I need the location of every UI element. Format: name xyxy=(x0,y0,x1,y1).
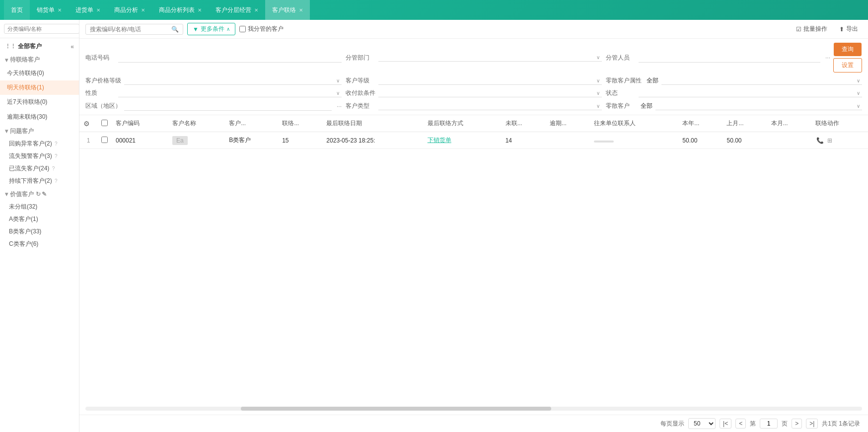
next-page-button[interactable]: > xyxy=(792,419,802,429)
batch-op-button[interactable]: ☑ 批量操作 xyxy=(792,23,831,35)
col-unit-contact[interactable]: 往来单位联系人 xyxy=(590,115,678,132)
col-type[interactable]: 客户... xyxy=(225,115,278,132)
filter-status-select[interactable]: ∨ xyxy=(639,89,862,97)
nav-product-analysis[interactable]: 商品分析 ✕ xyxy=(107,0,152,20)
sidebar-ungrouped[interactable]: 未分组(32) xyxy=(0,201,79,213)
last-method-link[interactable]: 下销货单 xyxy=(428,137,451,144)
nav-sales-order[interactable]: 销货单 ✕ xyxy=(30,0,69,20)
filter-customer-value-select[interactable]: ∨ xyxy=(124,77,342,85)
col-this-month[interactable]: 本月... xyxy=(767,115,811,132)
col-last-method[interactable]: 最后联络方式 xyxy=(424,115,502,132)
page-number-input[interactable] xyxy=(760,419,778,429)
cell-check[interactable] xyxy=(97,132,112,149)
col-last-date[interactable]: 最后联络日期 xyxy=(322,115,423,132)
close-product-analysis-icon[interactable]: ✕ xyxy=(141,7,145,13)
cell-last-method[interactable]: 下销货单 xyxy=(424,132,502,149)
all-customers-label: 全部客户 xyxy=(18,42,42,51)
col-this-year[interactable]: 本年... xyxy=(678,115,723,132)
cell-overdue xyxy=(546,132,590,149)
filter-person-input[interactable] xyxy=(639,53,820,63)
value-group-edit-icon[interactable]: ✎ xyxy=(42,191,47,198)
close-customer-contact-icon[interactable]: ✕ xyxy=(299,7,303,13)
last-page-button[interactable]: >| xyxy=(806,419,818,429)
nav-purchase-order[interactable]: 进货单 ✕ xyxy=(69,0,107,20)
sidebar-abnormal-repurchase[interactable]: 回购异常客户(2) xyxy=(0,138,79,150)
col-code[interactable]: 客户编码 xyxy=(112,115,168,132)
close-sales-order-icon[interactable]: ✕ xyxy=(58,7,62,13)
sidebar-class-c[interactable]: C类客户(6) xyxy=(0,238,79,250)
filter-customer-level-row: 客户等级 ∨ xyxy=(346,76,602,85)
scrollbar-track[interactable] xyxy=(85,407,862,411)
close-purchase-order-icon[interactable]: ✕ xyxy=(96,7,100,13)
row-checkbox[interactable] xyxy=(101,137,108,143)
close-customer-segment-icon[interactable]: ✕ xyxy=(254,7,258,13)
col-unlisted[interactable]: 未联... xyxy=(502,115,546,132)
col-check xyxy=(97,115,112,132)
filter-panel: 电话号码 分管部门 ∨ 分管人员 ··· 查询 设置 客户价格等级 xyxy=(79,39,868,115)
filter-gender-select[interactable]: ∨ xyxy=(118,89,342,97)
more-filter-button[interactable]: ▼ 更多条件 ∧ xyxy=(187,23,235,35)
filter-area-dots[interactable]: ··· xyxy=(337,103,342,110)
filter-dept-select[interactable]: ∨ xyxy=(378,54,602,62)
sidebar-class-a[interactable]: A类客户(1) xyxy=(0,213,79,225)
problem-group: ▾ 问题客户 xyxy=(0,124,79,138)
sidebar-7days-pending[interactable]: 近7天待联络(0) xyxy=(0,95,79,109)
set-button[interactable]: 设置 xyxy=(833,58,862,72)
filter-chevron-icon: ∧ xyxy=(226,26,230,32)
export-button[interactable]: ⬆ 导出 xyxy=(835,23,862,35)
sidebar-churn-warning[interactable]: 流失预警客户(3) xyxy=(0,150,79,162)
sidebar-churned[interactable]: 已流失客户(24) xyxy=(0,162,79,175)
value-group: ▾ 价值客户 ↻ ✎ xyxy=(0,187,79,201)
col-gear[interactable]: ⚙ xyxy=(79,115,97,132)
filter-area-input[interactable] xyxy=(124,101,332,111)
sidebar-declining[interactable]: 持续下滑客户(2) xyxy=(0,175,79,187)
problem-arrow-icon[interactable]: ▾ xyxy=(5,128,8,135)
filter-payment-select[interactable]: ∨ xyxy=(378,89,602,97)
sidebar-collapse-icon[interactable]: « xyxy=(71,43,74,50)
filter-customer-type-select[interactable]: ∨ xyxy=(378,102,602,110)
filter-retail-attr-select[interactable]: ∨ xyxy=(661,77,862,85)
filter-customer-value-row: 客户价格等级 ∨ xyxy=(85,76,342,85)
nav-home[interactable]: 首页 xyxy=(4,0,30,20)
my-customers-checkbox-label[interactable]: 我分管的客户 xyxy=(239,25,284,33)
action-phone-icon[interactable]: 📞 xyxy=(816,137,824,144)
search-input[interactable] xyxy=(90,26,169,33)
close-product-analysis-list-icon[interactable]: ✕ xyxy=(198,7,202,13)
gear-icon[interactable]: ⚙ xyxy=(83,120,90,128)
sidebar-overdue-pending[interactable]: 逾期未联络(30) xyxy=(0,110,79,124)
sidebar-today-pending[interactable]: 今天待联络(0) xyxy=(0,66,79,80)
col-overdue[interactable]: 逾期... xyxy=(546,115,590,132)
total-label: 共1页 1条记录 xyxy=(822,420,860,428)
per-page-select[interactable]: 50 100 200 xyxy=(688,418,716,429)
col-last-month[interactable]: 上月... xyxy=(723,115,767,132)
cell-name[interactable]: Ea xyxy=(168,132,225,149)
col-name[interactable]: 客户名称 xyxy=(168,115,225,132)
scrollbar-thumb[interactable] xyxy=(241,407,552,411)
nav-customer-segment[interactable]: 客户分层经营 ✕ xyxy=(209,0,265,20)
filter-customer-level-select[interactable]: ∨ xyxy=(378,77,602,85)
sidebar-class-b[interactable]: B类客户(33) xyxy=(0,225,79,238)
select-all-checkbox[interactable] xyxy=(101,120,108,126)
action-grid-icon[interactable]: ⊞ xyxy=(827,137,832,144)
sidebar-search-input[interactable] xyxy=(4,24,79,34)
filter-person-dots[interactable]: ··· xyxy=(825,54,830,61)
search-submit-icon[interactable]: 🔍 xyxy=(171,26,179,33)
filter-retail-customer-select[interactable]: ∨ xyxy=(655,102,862,110)
nav-product-analysis-label: 商品分析 xyxy=(114,6,138,14)
filter-retail-customer-value: 全部 xyxy=(641,102,652,110)
col-contact-count[interactable]: 联络... xyxy=(278,115,322,132)
sidebar-tomorrow-pending[interactable]: 明天待联络(1) xyxy=(0,80,79,95)
my-customers-checkbox[interactable] xyxy=(239,26,246,32)
all-customers-title[interactable]: ⋮⋮ 全部客户 « xyxy=(0,38,79,53)
prev-page-button[interactable]: < xyxy=(735,419,746,429)
value-group-refresh-icon[interactable]: ↻ xyxy=(36,191,41,198)
first-page-button[interactable]: |< xyxy=(720,419,731,429)
nav-product-analysis-list[interactable]: 商品分析列表 ✕ xyxy=(152,0,209,20)
top-nav: 首页 销货单 ✕ 进货单 ✕ 商品分析 ✕ 商品分析列表 ✕ 客户分层经营 ✕ … xyxy=(0,0,868,20)
nav-customer-contact[interactable]: 客户联络 ✕ xyxy=(265,0,310,20)
value-arrow-icon[interactable]: ▾ xyxy=(5,191,8,198)
pending-arrow-icon[interactable]: ▾ xyxy=(5,57,8,64)
export-icon: ⬆ xyxy=(839,26,844,33)
filter-phone-input[interactable] xyxy=(118,53,342,63)
query-button[interactable]: 查询 xyxy=(834,43,862,56)
